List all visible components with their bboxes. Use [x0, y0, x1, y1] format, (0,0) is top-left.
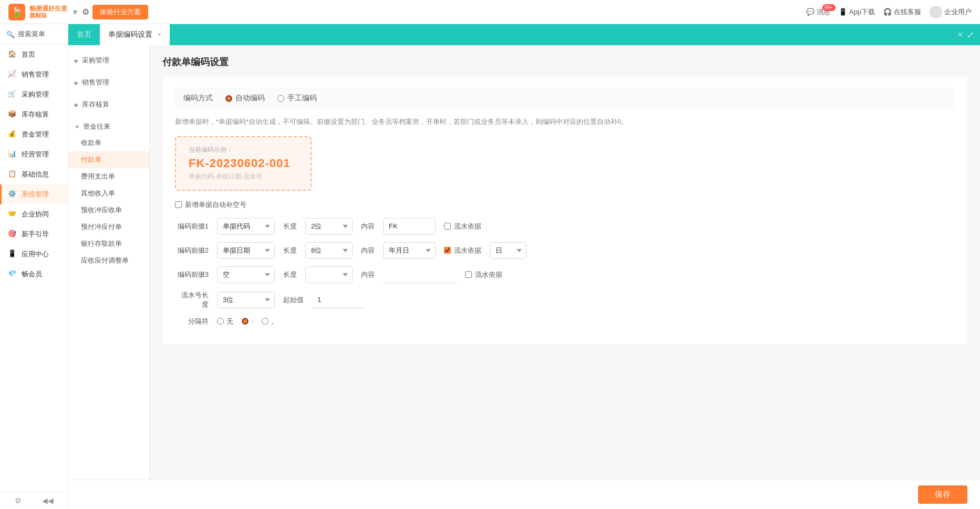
message-button[interactable]: 💬 消息 99+ — [806, 7, 830, 17]
top-bar-right: 💬 消息 99+ 📱 App下载 🎧 在线客服 企业用户 — [806, 6, 972, 18]
sidebar-item-guide[interactable]: 🎯 新手引导 — [0, 224, 68, 244]
tab-close-icon[interactable]: × — [158, 31, 161, 38]
auto-fill-checkbox[interactable] — [175, 201, 182, 208]
subnav-title-inventory[interactable]: ▶ 库存核算 — [68, 97, 149, 112]
sidebar-item-home[interactable]: 🏠 首页 — [0, 45, 68, 65]
sidebar-label-member: 畅会员 — [22, 269, 42, 279]
app-download-button[interactable]: 📱 App下载 — [839, 7, 875, 17]
auto-encoding-input[interactable] — [225, 95, 232, 102]
content3-input[interactable] — [383, 266, 457, 283]
sep-dot-radio[interactable]: 。 — [262, 317, 278, 326]
stream1-checkbox[interactable]: 流水依据 — [444, 222, 481, 231]
stream3-checkbox[interactable]: 流水依据 — [465, 270, 502, 279]
tab-encoding-label: 单据编码设置 — [108, 30, 152, 39]
settings-bottom-icon[interactable]: ⚙ — [15, 496, 22, 505]
tab-home-label: 首页 — [77, 30, 91, 39]
subnav-item-advance-pay[interactable]: 预付冲应付单 — [68, 219, 149, 235]
settings-icon[interactable]: ⚙ — [82, 7, 89, 17]
manual-encoding-input[interactable] — [277, 95, 284, 102]
tab-expand-icon[interactable]: × — [958, 30, 963, 39]
stream1-check[interactable] — [444, 223, 451, 230]
sep-dot-input[interactable] — [262, 318, 269, 325]
sidebar-item-system[interactable]: ⚙️ 系统管理 — [0, 184, 68, 204]
dropdown-arrow[interactable]: ▼ — [71, 8, 79, 16]
start-input[interactable] — [312, 292, 365, 308]
sep-dot-label: 。 — [271, 317, 278, 326]
content1-input[interactable] — [383, 218, 436, 235]
subnav-item-other-income[interactable]: 其他收入单 — [68, 185, 149, 202]
chevron-inventory: ▶ — [75, 102, 79, 108]
sep-dash-radio[interactable]: · — [242, 317, 253, 325]
online-service-button[interactable]: 🎧 在线客服 — [883, 7, 921, 17]
sep-none-input[interactable] — [217, 318, 224, 325]
inventory-icon: 📦 — [8, 110, 17, 119]
manual-encoding-label: 手工编码 — [287, 94, 317, 103]
footer: 保存 — [68, 480, 980, 509]
content1-label: 内容 — [361, 222, 375, 231]
sidebar-item-purchase[interactable]: 🛒 采购管理 — [0, 85, 68, 105]
tab-fullscreen-icon[interactable]: ⤢ — [967, 30, 974, 40]
subnav-item-receipt[interactable]: 收款单 — [68, 134, 149, 151]
len1-select[interactable]: 2位 — [305, 218, 353, 235]
serial-len-select[interactable]: 3位 — [217, 292, 275, 308]
brand-line1: 畅捷通好生意 — [29, 5, 67, 12]
search-label: 搜索菜单 — [18, 29, 45, 39]
content2-label: 内容 — [361, 246, 375, 255]
save-button[interactable]: 保存 — [918, 485, 967, 504]
user-menu[interactable]: 企业用户 — [930, 6, 972, 18]
manual-encoding-radio[interactable]: 手工编码 — [277, 94, 317, 103]
message-icon: 💬 — [806, 8, 814, 16]
subnav-label-purchase: 采购管理 — [82, 56, 109, 65]
subnav-title-sales[interactable]: ▶ 销售管理 — [68, 75, 149, 90]
subnav-item-advance-recv[interactable]: 预收冲应收单 — [68, 202, 149, 219]
sep-none-radio[interactable]: 无 — [217, 317, 233, 326]
stream2-checkbox[interactable]: 流水依据 — [444, 246, 481, 255]
sidebar-item-partner[interactable]: 🤝 企业协同 — [0, 204, 68, 224]
top-bar: 🍃 畅捷通好生意 旗舰版 ▼ ⚙ 体验行业方案 💬 消息 99+ 📱 App下载… — [0, 0, 980, 24]
prefix1-select[interactable]: 单据代码 — [217, 218, 275, 235]
stream2-check[interactable] — [444, 247, 451, 254]
prefix2-label: 编码前缀2 — [175, 246, 209, 255]
subnav-title-capital[interactable]: ▼ 资金往来 — [68, 119, 149, 134]
page-title: 付款单编码设置 — [162, 56, 967, 68]
sidebar-item-member[interactable]: 💎 畅会员 — [0, 264, 68, 284]
content3-label: 内容 — [361, 270, 375, 279]
subnav-title-purchase[interactable]: ▶ 采购管理 — [68, 53, 149, 68]
chevron-sales: ▶ — [75, 80, 79, 86]
prefix3-select[interactable]: 空 — [217, 266, 275, 283]
sep-none-label: 无 — [226, 317, 233, 326]
service-icon: 🎧 — [883, 8, 892, 16]
subnav-item-bank-deposit[interactable]: 银行存取款单 — [68, 235, 149, 252]
len2-select[interactable]: 8位 — [305, 242, 353, 259]
sidebar-item-operations[interactable]: 📊 经营管理 — [0, 144, 68, 164]
guide-icon: 🎯 — [8, 230, 17, 239]
sub-nav: ▶ 采购管理 ▶ 销售管理 ▶ 库存核算 — [68, 45, 150, 480]
demo-button[interactable]: 体验行业方案 — [92, 5, 148, 19]
subnav-item-payment[interactable]: 付款单 — [68, 151, 149, 168]
sidebar-item-apps[interactable]: 📱 应用中心 — [0, 244, 68, 264]
system-icon: ⚙️ — [8, 190, 17, 199]
prefix2-select[interactable]: 单据日期 — [217, 242, 275, 259]
auto-encoding-radio[interactable]: 自动编码 — [225, 94, 265, 103]
sidebar-item-sales[interactable]: 📈 销售管理 — [0, 65, 68, 85]
tab-home[interactable]: 首页 — [68, 24, 100, 45]
preview-sub: 单据代码-单据日期-流水号 — [189, 172, 298, 181]
sidebar-item-inventory[interactable]: 📦 库存核算 — [0, 105, 68, 124]
collapse-icon[interactable]: ◀◀ — [42, 496, 54, 505]
content-area: ▶ 采购管理 ▶ 销售管理 ▶ 库存核算 — [68, 45, 980, 480]
stream3-check[interactable] — [465, 271, 472, 278]
sep-dash-input[interactable] — [242, 318, 249, 325]
subnav-item-expense[interactable]: 费用支出单 — [68, 168, 149, 185]
sidebar-item-finance[interactable]: 💰 资金管理 — [0, 124, 68, 144]
len3-select[interactable] — [305, 266, 353, 283]
search-menu[interactable]: 🔍 搜索菜单 — [0, 24, 68, 45]
sidebar-item-basic[interactable]: 📋 基础信息 — [0, 164, 68, 184]
subnav-label-sales: 销售管理 — [82, 78, 109, 87]
brand-text: 畅捷通好生意 旗舰版 — [29, 5, 67, 19]
day-select[interactable]: 日 — [490, 242, 527, 259]
tab-encoding[interactable]: 单据编码设置 × — [100, 24, 170, 45]
content2-select[interactable]: 年月日 — [383, 242, 436, 259]
finance-icon: 💰 — [8, 130, 17, 139]
basic-icon: 📋 — [8, 170, 17, 179]
subnav-item-adjust[interactable]: 应收应付调整单 — [68, 252, 149, 269]
